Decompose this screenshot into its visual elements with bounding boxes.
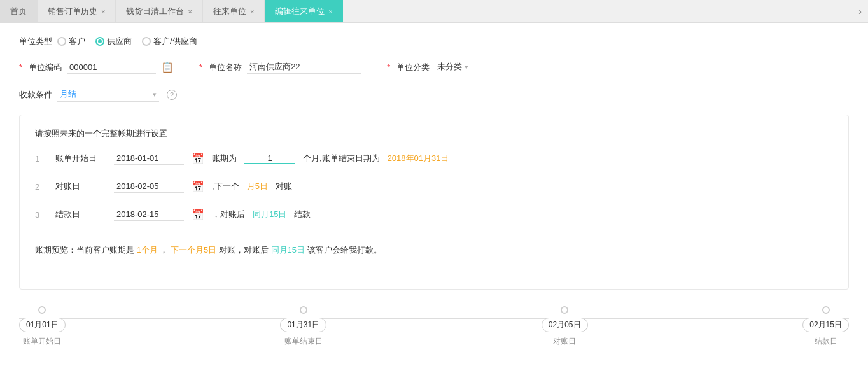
period-payment-date-input[interactable]	[114, 208, 184, 221]
unit-class-label: 单位分类	[396, 62, 430, 73]
unit-code-group: * 单位编码 📋	[19, 61, 174, 74]
payment-condition-row: 收款条件 月结 ▾ ?	[19, 87, 849, 102]
unit-class-chevron-icon: ▾	[465, 63, 468, 71]
period-preview-bar: 账期预览：当前客户账期是 1个月 ， 下一个月5日 对账，对账后 同月15日 该…	[35, 236, 833, 264]
radio-customer-circle	[57, 37, 66, 46]
unit-class-group: * 单位分类 未分类 ▾	[387, 60, 536, 74]
payment-condition-value: 月结	[60, 88, 150, 100]
preview-mid2: 对账，对账后	[219, 245, 269, 255]
tl-badge-0: 01月01日	[19, 318, 66, 332]
timeline-point-2: 02月05日 对账日	[542, 306, 588, 347]
radio-both[interactable]: 客户/供应商	[142, 36, 197, 47]
payment-condition-group: 收款条件 月结 ▾ ?	[19, 87, 177, 102]
period-reconcile-calendar-icon[interactable]: 📅	[192, 181, 204, 193]
payment-chevron-icon: ▾	[153, 90, 157, 99]
unit-code-star: *	[19, 62, 22, 72]
period-row-3-suffix: 结款	[294, 209, 311, 220]
tab-partner-label: 往来单位	[213, 6, 246, 17]
period-payment-day-highlight: 同月15日	[253, 209, 286, 220]
radio-group-unit-type: 客户 供应商 客户/供应商	[57, 36, 197, 47]
tab-overflow-arrow[interactable]: ›	[852, 0, 868, 22]
radio-both-circle	[142, 37, 151, 46]
radio-customer-label: 客户	[69, 36, 85, 47]
tab-edit-partner-unit[interactable]: 编辑往来单位 ×	[265, 0, 342, 22]
unit-name-input[interactable]	[247, 61, 361, 74]
tl-badge-1: 01月31日	[280, 318, 326, 332]
period-row-1-mid: 账期为	[212, 153, 237, 164]
period-months-input[interactable]	[244, 153, 295, 164]
unit-code-label: 单位编码	[29, 62, 62, 73]
tab-edit-label: 编辑往来单位	[275, 6, 325, 17]
tab-partner-unit[interactable]: 往来单位 ×	[203, 0, 265, 22]
preview-suffix: 该客户会给我打款。	[307, 245, 382, 255]
period-row-1-num: 1	[35, 154, 48, 164]
unit-class-value: 未分类	[437, 61, 462, 73]
unit-code-input[interactable]	[67, 61, 156, 74]
unit-type-group: 单位类型 客户 供应商 客户/供应商	[19, 36, 197, 47]
radio-supplier[interactable]: 供应商	[95, 36, 132, 47]
timeline-point-3: 02月15日 结款日	[802, 306, 849, 347]
timeline-container: 01月01日 账单开始日 01月31日 账单结束日 02月05日 对账日 02月…	[19, 306, 849, 347]
unit-name-group: * 单位名称	[199, 61, 361, 74]
tab-partner-close[interactable]: ×	[250, 8, 254, 15]
timeline-wrapper: 01月01日 账单开始日 01月31日 账单结束日 02月05日 对账日 02月…	[19, 300, 849, 360]
unit-type-row: 单位类型 客户 供应商 客户/供应商	[19, 36, 849, 47]
tab-cash-work[interactable]: 钱货日清工作台 ×	[116, 0, 202, 22]
tl-dot-0	[38, 306, 46, 314]
period-row-2-prefix: ,下一个	[212, 181, 239, 192]
tl-dot-3	[822, 306, 830, 314]
tab-cash-close[interactable]: ×	[188, 8, 192, 15]
tl-dot-1	[300, 306, 307, 314]
period-start-date-input[interactable]	[114, 152, 184, 165]
unit-type-label: 单位类型	[19, 36, 52, 47]
tab-edit-close[interactable]: ×	[328, 8, 332, 15]
radio-both-label: 客户/供应商	[153, 36, 197, 47]
help-question-mark: ?	[170, 91, 174, 99]
unit-name-label: 单位名称	[209, 62, 242, 73]
period-payment-calendar-icon[interactable]: 📅	[192, 209, 204, 221]
period-row-3: 3 结款日 📅 ，对账后 同月15日 结款	[35, 208, 833, 221]
period-settings-title: 请按照未来的一个完整帐期进行设置	[35, 128, 833, 139]
tab-sales-order-history[interactable]: 销售订单历史 ×	[38, 0, 116, 22]
period-reconcile-day-highlight: 月5日	[247, 181, 268, 192]
preview-part2: 下一个月5日	[171, 245, 216, 255]
payment-condition-label: 收款条件	[19, 89, 52, 101]
tl-sub-1: 账单结束日	[284, 336, 323, 347]
tl-sub-0: 账单开始日	[23, 336, 61, 347]
period-reconcile-date-input[interactable]	[114, 180, 184, 193]
tab-bar: 首页 销售订单历史 × 钱货日清工作台 × 往来单位 × 编辑往来单位 × ›	[0, 0, 868, 23]
period-row-1: 1 账单开始日 📅 账期为 个月,账单结束日期为 2018年01月31日	[35, 152, 833, 165]
tl-badge-3: 02月15日	[802, 318, 849, 332]
timeline-point-1: 01月31日 账单结束日	[280, 306, 326, 347]
period-row-1-label: 账单开始日	[55, 153, 106, 164]
period-row-1-suffix: 个月,账单结束日期为	[303, 153, 380, 164]
tab-home[interactable]: 首页	[0, 0, 38, 22]
tl-badge-2: 02月05日	[542, 318, 588, 332]
tab-home-label: 首页	[10, 6, 27, 17]
period-row-2-label: 对账日	[55, 181, 106, 192]
arrow-right-icon: ›	[858, 6, 862, 17]
unit-info-row: * 单位编码 📋 * 单位名称 * 单位分类 未分类 ▾	[19, 60, 849, 74]
payment-condition-select[interactable]: 月结 ▾	[57, 87, 159, 102]
period-row-3-num: 3	[35, 210, 48, 220]
payment-help-icon[interactable]: ?	[167, 90, 177, 100]
tl-sub-2: 对账日	[553, 336, 576, 347]
tab-cash-label: 钱货日清工作台	[126, 6, 184, 17]
preview-part3: 同月15日	[271, 245, 305, 255]
unit-name-star: *	[199, 62, 202, 72]
preview-prefix: 账期预览：当前客户账期是	[35, 245, 134, 255]
period-start-calendar-icon[interactable]: 📅	[192, 153, 204, 165]
period-row-3-label: 结款日	[55, 209, 106, 220]
period-settings-box: 请按照未来的一个完整帐期进行设置 1 账单开始日 📅 账期为 个月,账单结束日期…	[19, 115, 849, 290]
radio-customer[interactable]: 客户	[57, 36, 85, 47]
tl-dot-2	[561, 306, 568, 314]
unit-class-select[interactable]: 未分类 ▾	[435, 60, 536, 74]
timeline-point-0: 01月01日 账单开始日	[19, 306, 66, 347]
unit-class-star: *	[387, 62, 390, 72]
period-row-2-suffix: 对账	[276, 181, 292, 192]
timeline-points: 01月01日 账单开始日 01月31日 账单结束日 02月05日 对账日 02月…	[19, 306, 849, 347]
tab-sales-label: 销售订单历史	[48, 6, 97, 17]
unit-code-calendar-icon[interactable]: 📋	[161, 61, 174, 73]
period-row-2: 2 对账日 📅 ,下一个 月5日 对账	[35, 180, 833, 193]
tab-sales-close[interactable]: ×	[101, 8, 105, 15]
